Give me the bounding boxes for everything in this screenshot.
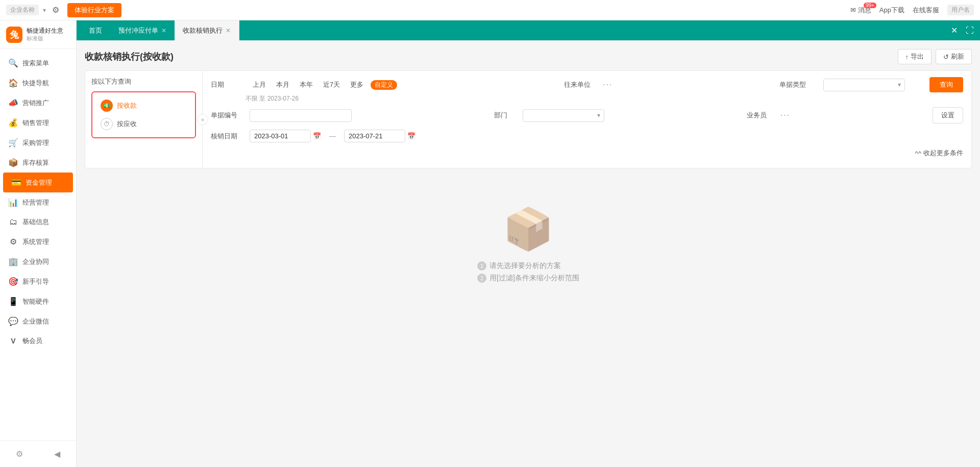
sales-icon: 💰	[8, 118, 18, 128]
tab-prepay-close-icon[interactable]: ✕	[161, 27, 166, 34]
receivable-label: 按应收	[117, 119, 137, 129]
verify-date-start-input[interactable]	[250, 130, 311, 142]
filter-row-1: 日期 上月 本月 本年 近7天 更多 自定义 往来单位 ···	[211, 77, 963, 92]
sidebar-item-enterprise[interactable]: 🏢 企业协同	[0, 252, 76, 272]
tab-prepay-label: 预付冲应付单	[118, 26, 158, 35]
filter-type-title: 按以下方查询	[91, 77, 196, 86]
doc-type-label: 单据类型	[779, 80, 815, 89]
filter-collapse-button[interactable]: «	[197, 114, 208, 125]
verify-date-start-calendar-icon[interactable]: 📅	[313, 132, 321, 140]
sidebar-item-search[interactable]: 🔍 搜索菜单	[0, 53, 76, 73]
partner-input[interactable]: ···	[603, 80, 612, 89]
brand-name: 企业名称	[6, 5, 39, 15]
setting-button[interactable]: 设置	[933, 107, 963, 124]
date-this-year-btn[interactable]: 本年	[297, 79, 316, 90]
sidebar-item-finance[interactable]: 💳 资金管理	[3, 173, 73, 192]
empty-tips: 1 请先选择要分析的方案 2 用[过滤]条件来缩小分析范围	[477, 261, 579, 286]
export-button[interactable]: ↑ 导出	[898, 49, 932, 64]
date-this-month-btn[interactable]: 本月	[273, 79, 292, 90]
content-area: 首页 预付冲应付单 ✕ 收款核销执行 ✕ ✕ ⛶ 收款核销执行(按收款)	[77, 20, 980, 467]
sidebar-item-quick-nav[interactable]: 🏠 快捷导航	[0, 73, 76, 93]
sidebar-label-wechat: 企业微信	[22, 317, 49, 326]
dept-select[interactable]	[523, 109, 604, 122]
app-download-button[interactable]: App下载	[879, 6, 904, 15]
sidebar-item-inventory[interactable]: 📦 库存核算	[0, 153, 76, 173]
sidebar-item-marketing[interactable]: 📣 营销推广	[0, 93, 76, 113]
empty-tip-2: 2 用[过滤]条件来缩小分析范围	[477, 274, 579, 283]
query-button[interactable]: 查询	[929, 77, 963, 92]
main-layout: 兔 畅捷通好生意 标准版 🔍 搜索菜单 🏠 快捷导航 📣 营销推广 💰 销售管理	[0, 20, 980, 467]
sidebar-item-guide[interactable]: 🎯 新手引导	[0, 272, 76, 291]
sidebar-item-member[interactable]: V 畅会员	[0, 331, 76, 351]
online-service-button[interactable]: 在线客服	[913, 6, 939, 15]
step-1-icon: 1	[477, 261, 486, 271]
collapse-more-button[interactable]: ^^ 收起更多条件	[915, 149, 963, 158]
sidebar-item-basic[interactable]: 🗂 基础信息	[0, 212, 76, 232]
sidebar-label-sales: 销售管理	[22, 118, 49, 128]
sidebar-label-marketing: 营销推广	[22, 99, 49, 108]
verify-date-label: 核销日期	[211, 132, 241, 141]
sidebar-item-hardware[interactable]: 📱 智能硬件	[0, 291, 76, 311]
inventory-icon: 📦	[8, 158, 18, 167]
tab-home[interactable]: 首页	[81, 20, 110, 41]
date-7days-btn[interactable]: 近7天	[320, 79, 343, 90]
doc-no-input[interactable]	[250, 109, 352, 122]
tab-bar-actions: ✕ ⛶	[949, 23, 976, 37]
staff-input[interactable]: ···	[780, 111, 790, 120]
sidebar-collapse-button[interactable]: ◀	[50, 445, 64, 463]
brand-dropdown-icon[interactable]: ▾	[43, 7, 46, 14]
filter-type-box: 💵 按收款 ⏱ 按应收	[91, 91, 196, 138]
system-icon: ⚙	[8, 237, 18, 247]
tab-close-button[interactable]: ✕	[949, 23, 960, 37]
logo-icon: 兔	[6, 27, 22, 43]
sidebar-item-wechat[interactable]: 💬 企业微信	[0, 311, 76, 331]
refresh-button[interactable]: ↺ 刷新	[936, 49, 972, 64]
date-last-month-btn[interactable]: 上月	[250, 79, 269, 90]
sidebar-label-hardware: 智能硬件	[22, 297, 49, 306]
sidebar-label-inventory: 库存核算	[22, 158, 49, 167]
date-range-display: 不限 至 2023-07-26	[246, 94, 963, 103]
tab-collect-label: 收款核销执行	[183, 26, 223, 35]
filter-by-receipt[interactable]: 💵 按收款	[96, 96, 191, 115]
settings-icon[interactable]: ⚙	[52, 5, 59, 15]
filter-row-4: 核销日期 📅 — 📅	[211, 130, 963, 142]
tab-prepay[interactable]: 预付冲应付单 ✕	[110, 20, 175, 41]
tab-collect-close-icon[interactable]: ✕	[226, 27, 231, 34]
doc-type-select[interactable]	[823, 79, 905, 91]
finance-icon: 💳	[11, 178, 21, 187]
industry-solution-button[interactable]: 体验行业方案	[67, 3, 121, 17]
top-bar: 企业名称 ▾ ⚙ 体验行业方案 ✉ 消息 99+ App下载 在线客服 用户名	[0, 0, 980, 20]
verify-date-end-calendar-icon[interactable]: 📅	[407, 132, 415, 140]
sidebar-label-guide: 新手引导	[22, 277, 49, 286]
tab-collect[interactable]: 收款核销执行 ✕	[175, 20, 239, 41]
verify-date-end-wrap: 📅	[344, 130, 415, 142]
filter-by-receivable[interactable]: ⏱ 按应收	[96, 115, 191, 133]
enterprise-icon: 🏢	[8, 257, 18, 266]
sidebar-item-sales[interactable]: 💰 销售管理	[0, 113, 76, 133]
sidebar-label-system: 系统管理	[22, 237, 49, 247]
sidebar-item-purchase[interactable]: 🛒 采购管理	[0, 133, 76, 153]
filter-type-section: 按以下方查询 💵 按收款 ⏱ 按应收 «	[85, 71, 203, 168]
date-separator: —	[329, 132, 336, 140]
date-custom-badge[interactable]: 自定义	[371, 80, 397, 90]
message-button[interactable]: ✉ 消息 99+	[850, 6, 871, 15]
sidebar-label-enterprise: 企业协同	[22, 257, 49, 266]
member-icon: V	[8, 337, 18, 345]
staff-label: 业务员	[747, 111, 772, 120]
home-icon: 🏠	[8, 78, 18, 88]
dept-label: 部门	[494, 111, 514, 120]
sidebar-label-purchase: 采购管理	[22, 138, 49, 148]
sidebar-logo: 兔 畅捷通好生意 标准版	[0, 20, 76, 49]
empty-illustration: 📦	[503, 205, 554, 253]
sidebar-settings-button[interactable]: ⚙	[12, 445, 27, 463]
verify-date-end-input[interactable]	[344, 130, 405, 142]
sidebar-item-operation[interactable]: 📊 经营管理	[0, 192, 76, 212]
sidebar-label-member: 畅会员	[22, 336, 42, 346]
date-more-btn[interactable]: 更多	[347, 79, 366, 90]
filter-row-3: 单据编号 部门 ▾ 业务员 ···	[211, 107, 963, 124]
tab-expand-button[interactable]: ⛶	[964, 24, 976, 37]
user-name: 用户名	[947, 5, 974, 15]
message-badge: 99+	[864, 3, 876, 8]
sidebar-item-system[interactable]: ⚙ 系统管理	[0, 232, 76, 252]
tab-bar: 首页 预付冲应付单 ✕ 收款核销执行 ✕ ✕ ⛶	[77, 20, 980, 41]
